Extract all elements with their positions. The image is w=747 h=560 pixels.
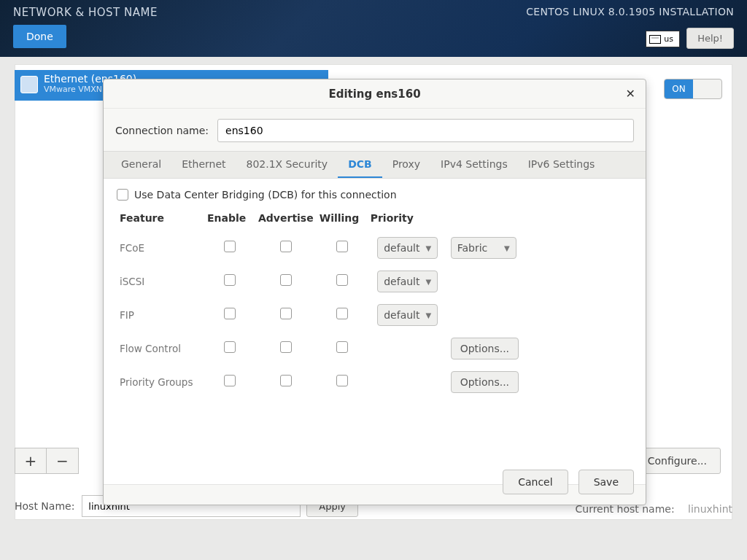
fcoe-mode-value: Fabric [457,242,488,254]
col-priority: Priority [368,208,448,231]
keyboard-layout-indicator[interactable]: us [646,31,680,47]
col-willing: Willing [317,208,368,231]
installer-header: NETWORK & HOST NAME CENTOS LINUX 8.0.190… [0,0,747,57]
current-hostname-value: linuxhint [688,503,732,515]
connection-name-label: Connection name: [115,125,209,136]
nic-icon [20,76,38,93]
dcb-row-fcoe: FCoE default ▼ Fabric ▼ [117,231,632,265]
tab-proxy[interactable]: Proxy [382,152,430,178]
iscsi-enable-checkbox[interactable] [224,274,236,286]
flow-label: Flow Control [117,332,204,365]
save-button[interactable]: Save [578,470,634,494]
interface-toggle[interactable]: ON [664,79,722,99]
done-button[interactable]: Done [13,25,66,48]
tab-general[interactable]: General [111,152,171,178]
chevron-down-icon: ▼ [425,311,431,319]
iscsi-priority-dropdown[interactable]: default ▼ [377,271,438,292]
toggle-off-side [693,79,721,98]
toggle-on-label: ON [665,79,693,98]
dialog-title-bar: Editing ens160 ✕ [104,79,646,109]
dcb-tab-body: Use Data Center Bridging (DCB) for this … [104,179,646,485]
dcb-enable-label: Use Data Center Bridging (DCB) for this … [134,189,397,201]
add-interface-button[interactable]: + [15,448,47,474]
dcb-header-row: Feature Enable Advertise Willing Priorit… [117,208,632,231]
edit-connection-dialog: Editing ens160 ✕ Connection name: Genera… [103,79,646,505]
fcoe-label: FCoE [117,231,204,265]
dialog-title: Editing ens160 [328,88,420,101]
fcoe-enable-checkbox[interactable] [224,241,236,252]
pg-label: Priority Groups [117,365,204,399]
chevron-down-icon: ▼ [425,244,431,252]
dcb-row-iscsi: iSCSI default ▼ [117,265,632,298]
iscsi-willing-checkbox[interactable] [336,274,348,286]
pg-advertise-checkbox[interactable] [280,375,292,386]
col-feature: Feature [117,208,204,231]
dialog-tabs: General Ethernet 802.1X Security DCB Pro… [104,151,646,179]
flow-advertise-checkbox[interactable] [280,341,292,353]
tab-ipv4[interactable]: IPv4 Settings [430,152,518,178]
col-advertise: Advertise [255,208,317,231]
flow-options-button[interactable]: Options... [451,338,519,359]
pg-enable-checkbox[interactable] [224,375,236,386]
remove-interface-button[interactable]: − [47,448,79,474]
fcoe-priority-value: default [384,242,419,254]
cancel-button[interactable]: Cancel [503,470,568,494]
iscsi-label: iSCSI [117,265,204,298]
tab-ipv6[interactable]: IPv6 Settings [518,152,605,178]
dcb-feature-table: Feature Enable Advertise Willing Priorit… [117,208,632,399]
flow-enable-checkbox[interactable] [224,341,236,353]
fip-willing-checkbox[interactable] [336,308,348,319]
dcb-row-flow: Flow Control Options... [117,332,632,365]
connection-name-row: Connection name: [104,109,646,151]
pg-willing-checkbox[interactable] [336,375,348,386]
fcoe-advertise-checkbox[interactable] [280,241,292,252]
fip-advertise-checkbox[interactable] [280,308,292,319]
dialog-close-button[interactable]: ✕ [626,87,635,101]
col-enable: Enable [204,208,255,231]
fip-priority-dropdown[interactable]: default ▼ [377,304,438,326]
flow-willing-checkbox[interactable] [336,341,348,353]
dcb-enable-row: Use Data Center Bridging (DCB) for this … [117,189,632,201]
page-title: NETWORK & HOST NAME [13,6,158,19]
fcoe-mode-dropdown[interactable]: Fabric ▼ [451,237,516,259]
pg-options-button[interactable]: Options... [451,371,519,393]
dcb-row-fip: FIP default ▼ [117,298,632,332]
tab-dcb[interactable]: DCB [338,152,382,178]
keyboard-layout-label: us [664,34,673,44]
installer-title: CENTOS LINUX 8.0.1905 INSTALLATION [526,6,734,18]
hostname-label: Host Name: [15,500,74,512]
help-button[interactable]: Help! [686,28,734,49]
dialog-actions: Cancel Save [503,470,634,494]
keyboard-icon [649,35,661,44]
dcb-row-pg: Priority Groups Options... [117,365,632,399]
interface-list-buttons: + − [15,448,79,474]
tab-8021x[interactable]: 802.1X Security [236,152,338,178]
dcb-enable-checkbox[interactable] [117,189,128,201]
fip-priority-value: default [384,309,419,321]
chevron-down-icon: ▼ [504,244,510,252]
fcoe-willing-checkbox[interactable] [336,241,348,252]
fcoe-priority-dropdown[interactable]: default ▼ [377,237,438,259]
connection-name-input[interactable] [217,119,634,142]
tab-ethernet[interactable]: Ethernet [171,152,236,178]
iscsi-priority-value: default [384,276,419,287]
iscsi-advertise-checkbox[interactable] [280,274,292,286]
fip-label: FIP [117,298,204,332]
chevron-down-icon: ▼ [425,278,431,286]
configure-button[interactable]: Configure... [634,448,721,474]
fip-enable-checkbox[interactable] [224,308,236,319]
